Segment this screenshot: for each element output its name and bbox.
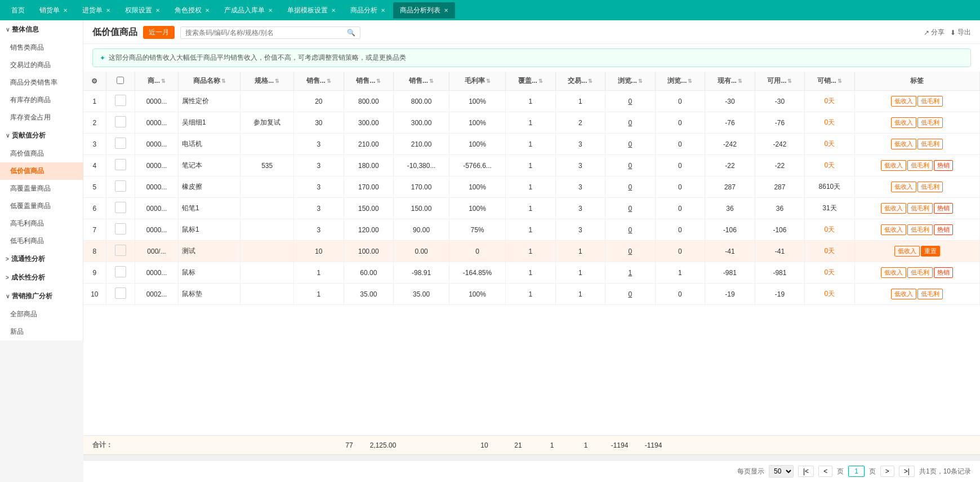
first-page-button[interactable]: |< — [798, 466, 814, 477]
search-icon[interactable]: 🔍 — [347, 29, 355, 37]
cell-coverage: 1 — [506, 91, 556, 112]
close-icon[interactable]: ✕ — [331, 7, 336, 14]
footer-cell-blank3 — [169, 441, 214, 449]
sidebar-item-high-value[interactable]: 高价值商品 — [0, 145, 83, 162]
nav-item-sales[interactable]: 销货单 ✕ — [33, 2, 74, 19]
close-icon[interactable]: ✕ — [63, 7, 68, 14]
row-checkbox[interactable] — [115, 116, 126, 127]
col-browse2[interactable]: 浏览...⇅ — [655, 72, 705, 91]
sidebar-group-contribution[interactable]: ∨ 贡献值分析 — [0, 126, 83, 145]
col-sales-qty[interactable]: 销售...⇅ — [294, 72, 344, 91]
browse-link[interactable]: 0 — [628, 119, 632, 127]
sidebar-group-overall[interactable]: ∨ 整体信息 — [0, 20, 83, 39]
browse-link[interactable]: 1 — [628, 269, 632, 277]
cell-current-stock: -106 — [705, 219, 755, 241]
cell-gross-margin: 75% — [449, 219, 506, 241]
nav-item-analysis-list[interactable]: 商品分析列表 ✕ — [393, 2, 455, 19]
browse-link[interactable]: 0 — [628, 183, 632, 191]
col-available[interactable]: 可用...⇅ — [755, 72, 805, 91]
browse-link[interactable]: 0 — [628, 162, 632, 170]
cell-name: 测试 — [179, 241, 240, 262]
row-checkbox[interactable] — [115, 138, 126, 149]
export-button[interactable]: ⬇ 导出 — [950, 28, 971, 37]
period-button[interactable]: 近一月 — [143, 26, 175, 39]
cell-current-stock: 36 — [705, 198, 755, 219]
row-checkbox[interactable] — [115, 266, 126, 277]
sidebar-item-new-products[interactable]: 新品 — [0, 323, 83, 341]
nav-item-product-inbound[interactable]: 产成品入库单 ✕ — [217, 2, 279, 19]
col-sales-amount[interactable]: 销售...⇅ — [344, 72, 394, 91]
share-button[interactable]: ↗ 分享 — [924, 28, 945, 37]
sidebar-item-sales-products[interactable]: 销售类商品 — [0, 39, 83, 56]
sidebar-group-marketing[interactable]: ∨ 营销推广分析 — [0, 287, 83, 306]
browse-link[interactable]: 0 — [628, 205, 632, 213]
row-checkbox[interactable] — [115, 180, 126, 192]
cell-coverage: 1 — [506, 112, 556, 134]
col-sales-cost[interactable]: 销售...⇅ — [394, 72, 449, 91]
cell-spec — [240, 262, 294, 284]
sidebar-item-traded-products[interactable]: 交易过的商品 — [0, 56, 83, 74]
main-layout: ∨ 整体信息 销售类商品 交易过的商品 商品分类销售率 有库存的商品 库存资金占… — [0, 20, 980, 482]
row-checkbox[interactable] — [115, 223, 126, 235]
tag: 低毛利 — [907, 203, 933, 214]
col-settings[interactable]: ⚙ — [83, 72, 106, 91]
row-checkbox[interactable] — [115, 245, 126, 256]
page-size-select[interactable]: 50 — [769, 465, 794, 477]
tag: 热销 — [934, 203, 953, 214]
last-page-button[interactable]: >| — [899, 466, 915, 477]
col-name[interactable]: 商品名称⇅ — [179, 72, 240, 91]
select-all-checkbox[interactable] — [117, 77, 124, 84]
sidebar-item-high-coverage[interactable]: 高覆盖量商品 — [0, 180, 83, 197]
col-saleable[interactable]: 可销...⇅ — [805, 72, 855, 91]
col-gross-margin[interactable]: 毛利率⇅ — [449, 72, 506, 91]
sidebar-item-low-coverage[interactable]: 低覆盖量商品 — [0, 197, 83, 215]
nav-item-roles[interactable]: 角色授权 ✕ — [168, 2, 216, 19]
nav-item-home[interactable]: 首页 — [5, 2, 32, 19]
nav-item-analysis[interactable]: 商品分析 ✕ — [344, 2, 392, 19]
sidebar-item-all-products[interactable]: 全部商品 — [0, 306, 83, 323]
close-icon[interactable]: ✕ — [444, 7, 448, 14]
browse-link[interactable]: 0 — [628, 140, 632, 148]
col-code[interactable]: 商...⇅ — [135, 72, 178, 91]
nav-item-permissions[interactable]: 权限设置 ✕ — [118, 2, 167, 19]
sidebar-item-high-gross[interactable]: 高毛利商品 — [0, 215, 83, 232]
row-checkbox[interactable] — [115, 288, 126, 299]
prev-page-button[interactable]: < — [818, 466, 832, 477]
next-page-button[interactable]: > — [880, 466, 894, 477]
sidebar-group-growth[interactable]: > 成长性分析 — [0, 268, 83, 287]
sidebar-item-stock-products[interactable]: 有库存的商品 — [0, 91, 83, 109]
close-icon[interactable]: ✕ — [268, 7, 273, 14]
footer-label: 合计： — [92, 440, 113, 450]
col-current-stock[interactable]: 现有...⇅ — [705, 72, 755, 91]
sidebar-group-circulation[interactable]: > 流通性分析 — [0, 250, 83, 268]
cell-idx: 6 — [83, 198, 106, 219]
col-browse1[interactable]: 浏览...⇅ — [605, 72, 656, 91]
col-trade[interactable]: 交易...⇅ — [555, 72, 605, 91]
row-checkbox[interactable] — [115, 95, 126, 106]
row-checkbox[interactable] — [115, 159, 126, 170]
col-spec[interactable]: 规格...⇅ — [240, 72, 294, 91]
cell-available: 36 — [755, 198, 805, 219]
close-icon[interactable]: ✕ — [205, 7, 210, 14]
cell-checkbox — [106, 219, 135, 241]
cell-sales-cost: 35.00 — [394, 284, 449, 305]
sidebar-item-low-gross[interactable]: 低毛利商品 — [0, 232, 83, 250]
close-icon[interactable]: ✕ — [155, 7, 160, 14]
col-coverage[interactable]: 覆盖...⇅ — [506, 72, 556, 91]
close-icon[interactable]: ✕ — [106, 7, 110, 14]
browse-link[interactable]: 0 — [628, 98, 632, 105]
browse-link[interactable]: 0 — [628, 290, 632, 298]
row-checkbox[interactable] — [115, 202, 126, 213]
close-icon[interactable]: ✕ — [381, 7, 385, 14]
nav-item-purchase[interactable]: 进货单 ✕ — [75, 2, 117, 19]
sidebar-item-category-sales-rate[interactable]: 商品分类销售率 — [0, 74, 83, 91]
browse-link[interactable]: 0 — [628, 247, 632, 255]
current-page: 1 — [848, 466, 865, 477]
sidebar-item-stock-capital[interactable]: 库存资金占用 — [0, 109, 83, 126]
nav-item-template[interactable]: 单据模板设置 ✕ — [280, 2, 342, 19]
footer-sales-amount: 2,125.00 — [366, 441, 400, 449]
sidebar-item-low-value[interactable]: 低价值商品 — [0, 162, 83, 180]
search-input[interactable] — [185, 29, 344, 37]
scrollbar-row[interactable] — [83, 454, 980, 460]
browse-link[interactable]: 0 — [628, 226, 632, 234]
